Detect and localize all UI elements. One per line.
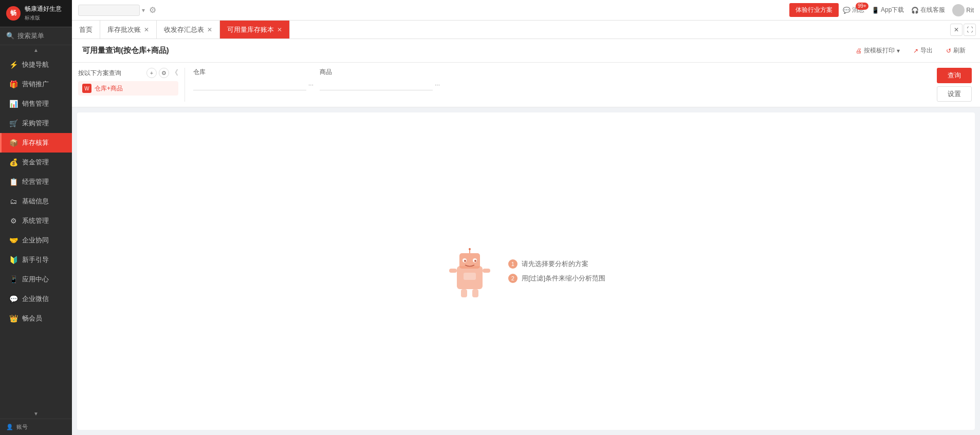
sidebar: 畅 畅康通好生意 标准版 🔍 搜索菜单 ▲ ⚡ 快捷导航 🎁 营销推广 📊 销售…: [0, 0, 72, 435]
sidebar-bottom: 👤 账号: [0, 419, 72, 435]
scheme-add-btn[interactable]: +: [146, 68, 157, 78]
sidebar-item-operations[interactable]: 📋 经营管理: [0, 172, 72, 192]
svg-rect-8: [461, 289, 467, 297]
tab-batch-ledger-close[interactable]: ✕: [144, 26, 149, 33]
sidebar-bottom-icon: 👤: [6, 424, 13, 430]
scheme-collapse-btn[interactable]: 《: [171, 68, 178, 78]
sidebar-item-enterprise-wx[interactable]: 💬 企业微信: [0, 289, 72, 309]
svg-rect-9: [472, 289, 478, 297]
tabs-end-buttons: ✕ ⛶: [950, 24, 980, 36]
sidebar-item-purchase[interactable]: 🛒 采购管理: [0, 114, 72, 133]
system-icon: ⚙: [9, 217, 18, 225]
export-icon: ↗: [913, 47, 918, 54]
tab-receive-ledger-close[interactable]: ✕: [207, 26, 212, 33]
empty-hint-1: 1 请先选择要分析的方案: [508, 259, 605, 269]
marketing-icon: 🎁: [9, 80, 18, 88]
sidebar-item-quick-nav[interactable]: ⚡ 快捷导航: [0, 55, 72, 74]
filter-settings-btn[interactable]: 设置: [937, 86, 972, 102]
sidebar-item-finance[interactable]: 💰 资金管理: [0, 153, 72, 172]
sidebar-item-newbie[interactable]: 🔰 新手引导: [0, 250, 72, 270]
svg-point-11: [469, 248, 471, 250]
svg-rect-6: [449, 269, 457, 273]
filter-goods-label: 商品: [320, 68, 440, 77]
nav-label-operations: 经营管理: [22, 177, 49, 186]
print-label: 按模板打印: [864, 46, 895, 55]
filter-warehouse-input[interactable]: [193, 79, 306, 90]
scroll-up-btn[interactable]: ▲: [0, 45, 72, 55]
scroll-down-btn[interactable]: ▼: [0, 409, 72, 419]
refresh-icon: ↺: [946, 47, 951, 54]
print-dropdown-icon: ▾: [897, 47, 900, 54]
tab-available-ledger[interactable]: 可用量库存账本 ✕: [220, 21, 290, 39]
nav-label-sales: 销售管理: [22, 99, 49, 108]
sidebar-search-label: 搜索菜单: [17, 31, 44, 41]
sidebar-item-marketing[interactable]: 🎁 营销推广: [0, 74, 72, 94]
tab-close-btn[interactable]: ✕: [950, 24, 963, 36]
search-icon: 🔍: [6, 32, 14, 40]
empty-visual: 1 请先选择要分析的方案 2 用[过滤]条件来缩小分析范围: [447, 248, 605, 294]
sidebar-item-sales[interactable]: 📊 销售管理: [0, 94, 72, 114]
print-btn[interactable]: 🖨 按模板打印 ▾: [852, 44, 904, 57]
nav-label-purchase: 采购管理: [22, 119, 49, 128]
add-icon: +: [150, 70, 153, 76]
inventory-icon: 📦: [9, 139, 18, 147]
refresh-btn[interactable]: ↺ 刷新: [942, 44, 970, 57]
sidebar-header: 畅 畅康通好生意 标准版: [0, 0, 72, 27]
svg-rect-7: [483, 269, 490, 273]
sidebar-item-basics[interactable]: 🗂 基础信息: [0, 192, 72, 211]
filter-goods-input[interactable]: [320, 79, 433, 90]
tab-available-ledger-close[interactable]: ✕: [277, 26, 282, 33]
tab-fullscreen-btn[interactable]: ⛶: [964, 24, 976, 36]
settings-icon: ⚙: [161, 70, 167, 77]
filter-fields: 仓库 ··· 商品 ···: [185, 68, 929, 102]
notification-badge: 99+: [856, 3, 868, 10]
empty-state: 1 请先选择要分析的方案 2 用[过滤]条件来缩小分析范围: [77, 112, 975, 430]
sidebar-search[interactable]: 🔍 搜索菜单: [0, 27, 72, 45]
filter-goods-more-btn[interactable]: ···: [435, 81, 440, 88]
industry-solution-btn[interactable]: 体验行业方案: [789, 3, 839, 17]
hint-text-2: 用[过滤]条件来缩小分析范围: [522, 274, 605, 283]
page-title: 可用量查询(按仓库+商品): [82, 46, 169, 55]
topbar-gear-icon[interactable]: ⚙: [147, 5, 158, 15]
tab-receive-ledger-label: 收发存汇总表: [164, 25, 204, 34]
hint-text-1: 请先选择要分析的方案: [522, 259, 588, 269]
page-header-actions: 🖨 按模板打印 ▾ ↗ 导出 ↺ 刷新: [852, 44, 970, 57]
nav-label-marketing: 营销推广: [22, 80, 49, 89]
newbie-icon: 🔰: [9, 256, 18, 264]
empty-hints: 1 请先选择要分析的方案 2 用[过滤]条件来缩小分析范围: [508, 259, 605, 283]
online-service-btn[interactable]: 🎧 在线客服: [911, 6, 945, 14]
svg-point-4: [464, 260, 466, 262]
sidebar-item-vip[interactable]: 👑 畅会员: [0, 309, 72, 328]
main-area: ▾ ⚙ 体验行业方案 💬 消息 99+ 📱 App下载 🎧 在线客服 Rit: [72, 0, 980, 435]
phone-icon: 📱: [872, 7, 879, 14]
username-label: Rit: [966, 7, 974, 14]
filter-warehouse-more-btn[interactable]: ···: [308, 81, 313, 88]
tab-batch-ledger[interactable]: 库存批次账 ✕: [100, 21, 157, 39]
sidebar-badge: 标准版: [25, 14, 62, 22]
scheme-warehouse-goods[interactable]: W 仓库+商品: [78, 81, 178, 96]
dropdown-icon[interactable]: ▾: [142, 7, 145, 14]
sidebar-title: 畅康通好生意: [25, 5, 62, 13]
sidebar-item-enterprise[interactable]: 🤝 企业协同: [0, 231, 72, 250]
export-btn[interactable]: ↗ 导出: [909, 44, 937, 57]
sidebar-item-inventory[interactable]: 📦 库存核算: [0, 133, 72, 153]
topbar-search-input[interactable]: [78, 5, 140, 16]
user-menu-btn[interactable]: Rit: [952, 4, 974, 16]
app-download-btn[interactable]: 📱 App下载: [872, 6, 904, 14]
sidebar-nav: ⚡ 快捷导航 🎁 营销推广 📊 销售管理 🛒 采购管理 📦 库存核算 💰 资金管…: [0, 55, 72, 409]
filter-field-warehouse: 仓库 ···: [193, 68, 313, 90]
sales-icon: 📊: [9, 100, 18, 108]
refresh-label: 刷新: [953, 46, 966, 55]
tab-receive-ledger[interactable]: 收发存汇总表 ✕: [157, 21, 220, 39]
scheme-settings-btn[interactable]: ⚙: [159, 68, 169, 78]
notification-btn[interactable]: 💬 消息 99+: [843, 6, 864, 14]
notification-icon: 💬: [843, 7, 850, 14]
tab-available-ledger-label: 可用量库存账本: [227, 25, 274, 34]
hint-num-2: 2: [508, 274, 517, 283]
sidebar-item-system[interactable]: ⚙ 系统管理: [0, 211, 72, 231]
tab-home[interactable]: 首页: [72, 21, 100, 39]
vip-icon: 👑: [9, 314, 18, 323]
sidebar-item-app-center[interactable]: 📱 应用中心: [0, 270, 72, 289]
empty-robot-illustration: [447, 248, 493, 294]
query-btn[interactable]: 查询: [937, 68, 972, 83]
